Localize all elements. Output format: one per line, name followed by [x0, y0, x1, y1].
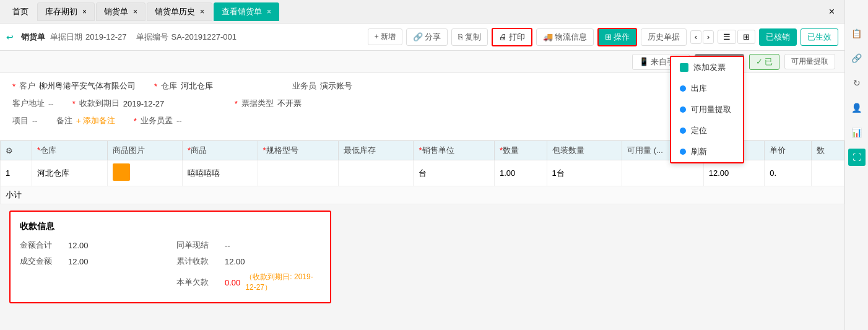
- customer-field: * 客户 柳州粤港平安气体有限公司: [12, 80, 136, 92]
- row-unit: 台: [414, 160, 494, 186]
- close-sales-icon[interactable]: ×: [133, 7, 137, 16]
- tab-sales[interactable]: 销货单 ×: [96, 2, 145, 21]
- warehouse-label: 仓库: [161, 80, 177, 92]
- add-note-button[interactable]: + 添加备注: [76, 115, 115, 126]
- tab-home[interactable]: 首页: [5, 2, 36, 21]
- toolbar-meta: 单据日期 2019-12-27 单据编号 SA-20191227-001: [50, 32, 363, 43]
- phone-icon: 📱: [639, 57, 649, 66]
- row-spec: [258, 160, 338, 186]
- available-qty-button[interactable]: 可用量提取: [784, 54, 835, 69]
- sold-out-button[interactable]: 已核销: [759, 28, 797, 46]
- warehouse-required: *: [154, 82, 157, 91]
- sidebar-icon-user[interactable]: 👤: [848, 99, 866, 116]
- tab-check-sales[interactable]: 查看销货单 ×: [214, 2, 279, 21]
- list-view-button[interactable]: ☰: [718, 30, 736, 44]
- close-check-sales-icon[interactable]: ×: [267, 7, 271, 16]
- dropdown-add-invoice[interactable]: 添加发票: [671, 57, 743, 78]
- cumulative-label: 累计收款: [176, 256, 220, 267]
- ticket-label: 票据类型: [241, 98, 274, 109]
- copy-button[interactable]: ⎘ 复制: [451, 28, 488, 46]
- dropdown-available-qty[interactable]: 可用量提取: [671, 99, 743, 120]
- debt-label: 本单欠款: [176, 277, 220, 288]
- deal-amount-label: 成交金额: [20, 256, 63, 267]
- dropdown-outbound[interactable]: 出库: [671, 78, 743, 99]
- col-qty: *数量: [494, 141, 547, 160]
- grid-view-button[interactable]: ⊞: [737, 30, 755, 44]
- share-button[interactable]: 🔗 分享: [406, 28, 448, 46]
- logistics-button[interactable]: 🚚 物流信息: [536, 28, 594, 46]
- refresh-label: 刷新: [691, 146, 707, 157]
- number-value: SA-20191227-001: [171, 32, 237, 41]
- confirm-button[interactable]: ✓ 已: [749, 54, 779, 70]
- sidebar-icon-link[interactable]: 🔗: [848, 50, 866, 67]
- refresh-icon: [680, 149, 686, 155]
- tab-sales-history-label: 销货单历史: [155, 6, 195, 17]
- customer-label: 客户: [19, 80, 35, 92]
- close-sales-history-icon[interactable]: ×: [200, 7, 204, 16]
- dropdown-refresh[interactable]: 刷新: [671, 141, 743, 162]
- summary-box: 收款信息 金额合计 12.00 同单现结 -- 成交金额 12.00 累计收款 …: [9, 211, 331, 303]
- summary-debt: 本单欠款 0.00 （收款到期日: 2019-12-27）: [176, 272, 321, 293]
- outbound-icon: [680, 85, 686, 92]
- tab-inventory[interactable]: 库存期初 ×: [37, 2, 95, 21]
- toolbar-actions: + 新增 🔗 分享 ⎘ 复制 🖨 打印 🚚 物流信息 ⊞ 操作: [368, 28, 838, 46]
- note-label: 备注: [56, 115, 72, 126]
- operation-dropdown: 添加发票 出库 可用量提取 定位 刷新: [670, 56, 744, 163]
- next-button[interactable]: ›: [703, 30, 714, 44]
- due-value: 2019-12-27: [123, 99, 216, 108]
- date-field: 单据日期 2019-12-27: [50, 32, 127, 43]
- row-amount: [812, 160, 844, 186]
- row-pkg-qty: 1台: [547, 160, 622, 186]
- nav-arrows: ‹ ›: [690, 30, 714, 44]
- row-current-stock: 12.00: [703, 160, 765, 186]
- tab-bar: 首页 库存期初 × 销货单 × 销货单历史 × 查看销货单 × ×: [0, 0, 844, 24]
- sidebar-icon-expand[interactable]: ⛶: [848, 149, 866, 166]
- operation-button[interactable]: ⊞ 操作: [597, 28, 637, 46]
- address-value: --: [48, 99, 54, 108]
- col-gear: ⚙: [1, 141, 32, 160]
- history-button[interactable]: 历史单据: [641, 28, 687, 46]
- project-value: --: [32, 116, 38, 126]
- col-image: 商品图片: [107, 141, 183, 160]
- col-product: *商品: [183, 141, 258, 160]
- window-close-button[interactable]: ×: [824, 6, 840, 17]
- project-field: 项目 --: [12, 115, 38, 126]
- col-min-stock: 最低库存: [338, 141, 414, 160]
- customer-required: *: [12, 82, 15, 91]
- row-qty: 1.00: [494, 160, 547, 186]
- available-qty-icon: [680, 106, 686, 113]
- new-button[interactable]: + 新增: [368, 28, 402, 45]
- total-label: 金额合计: [20, 240, 63, 251]
- add-invoice-icon: [680, 63, 688, 72]
- tab-sales-history[interactable]: 销货单历史 ×: [147, 2, 212, 21]
- sidebar-icon-chart[interactable]: 📊: [848, 124, 866, 141]
- same-settle-label: 同单现结: [176, 240, 220, 251]
- summary-total: 金额合计 12.00: [20, 240, 164, 251]
- summary-deal-amount: 成交金额 12.00: [20, 256, 164, 267]
- sidebar-icon-refresh[interactable]: ↻: [848, 74, 866, 92]
- summary-same-settle: 同单现结 --: [176, 240, 321, 251]
- valid-button[interactable]: 已生效: [801, 28, 838, 46]
- address-label: 客户地址: [12, 98, 45, 109]
- warehouse-field: * 仓库 河北仓库: [154, 80, 274, 92]
- same-settle-value: --: [225, 241, 230, 250]
- close-inventory-icon[interactable]: ×: [82, 7, 87, 16]
- table-row: 1 河北仓库 嘻嘻嘻嘻 台 1.00 1台 12.00 0.: [1, 160, 844, 186]
- prev-button[interactable]: ‹: [690, 30, 701, 44]
- row-price: 0.: [765, 160, 812, 186]
- gear-icon[interactable]: ⚙: [6, 146, 13, 155]
- ticket-field: * 票据类型 不开票: [235, 98, 370, 109]
- date-label: 单据日期: [50, 32, 82, 43]
- plus-icon: +: [76, 116, 81, 126]
- locate-label: 定位: [691, 125, 707, 136]
- summary-rows: 金额合计 12.00 同单现结 -- 成交金额 12.00 累计收款 12.00…: [20, 240, 321, 293]
- due-required: *: [72, 99, 76, 108]
- row-index: 1: [1, 160, 32, 186]
- sidebar-icon-doc[interactable]: 📋: [848, 25, 866, 42]
- staff-value: 演示账号: [320, 80, 413, 92]
- check-icon: ✓: [756, 57, 763, 66]
- print-button[interactable]: 🖨 打印: [492, 28, 532, 46]
- print-icon: 🖨: [499, 32, 507, 41]
- tab-home-label: 首页: [12, 6, 28, 17]
- dropdown-locate[interactable]: 定位: [671, 120, 743, 141]
